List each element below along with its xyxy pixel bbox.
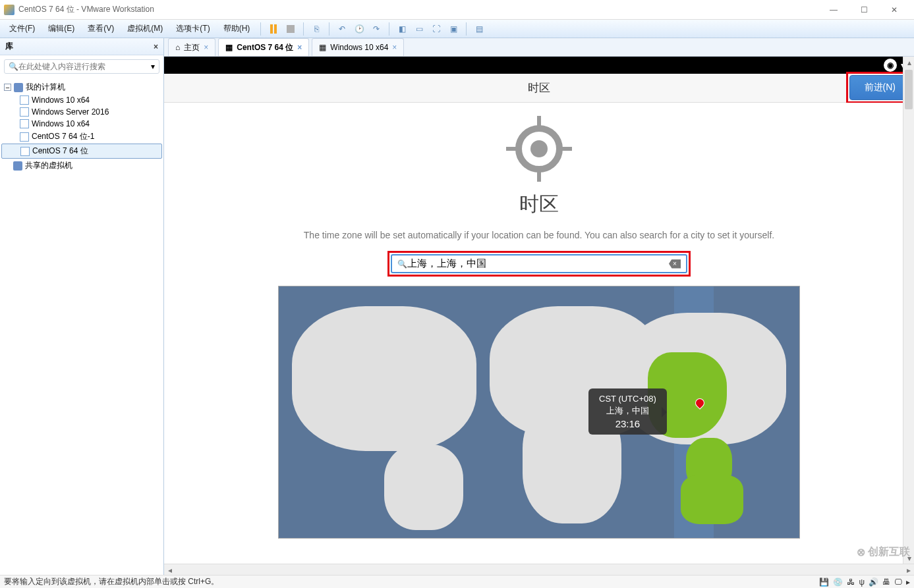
- highlight-region: [681, 475, 743, 524]
- status-text: 要将输入定向到该虚拟机，请在虚拟机内部单击或按 Ctrl+G。: [4, 576, 219, 587]
- map-tooltip: CST (UTC+08) 上海，中国 23:16: [588, 388, 667, 435]
- scroll-right-icon[interactable]: ▸: [903, 564, 914, 575]
- device-cd-icon[interactable]: 💿: [833, 577, 843, 587]
- device-usb-icon[interactable]: ψ: [859, 577, 865, 587]
- library-title: 库: [5, 41, 13, 52]
- tab-close-icon[interactable]: ×: [297, 43, 302, 52]
- tree-shared-vms[interactable]: 共享的虚拟机: [1, 159, 162, 173]
- pause-button[interactable]: [266, 22, 281, 36]
- tooltip-time: 23:16: [599, 418, 656, 429]
- menu-help[interactable]: 帮助(H): [218, 20, 256, 37]
- tab-close-icon[interactable]: ×: [392, 43, 397, 52]
- tab-bar: ⌂主页× ▦CentOS 7 64 位× ▦Windows 10 x64×: [164, 38, 914, 57]
- horizontal-scrollbar[interactable]: ◂ ▸: [164, 564, 914, 575]
- next-button[interactable]: 前进(N): [849, 75, 911, 100]
- tree-my-computer[interactable]: − 我的计算机: [1, 80, 162, 94]
- vertical-scrollbar[interactable]: ▴ ▾: [903, 57, 914, 564]
- vm-viewport[interactable]: ◉ ▾ 时区 前进(N) 时区 The time zone will be se…: [164, 57, 914, 564]
- device-display-icon[interactable]: 🖵: [894, 577, 902, 587]
- vm-tab-icon: ▦: [319, 43, 326, 52]
- maximize-button[interactable]: ☐: [855, 3, 873, 16]
- tree-item[interactable]: Windows 10 x64: [1, 94, 162, 106]
- device-printer-icon[interactable]: 🖶: [882, 577, 890, 587]
- tab-centos[interactable]: ▦CentOS 7 64 位×: [218, 38, 309, 56]
- vm-icon: [20, 119, 29, 128]
- scroll-up-icon[interactable]: ▴: [903, 57, 914, 68]
- tree-item[interactable]: CentOS 7 64 位-1: [1, 130, 162, 144]
- scroll-left-icon[interactable]: ◂: [164, 564, 175, 575]
- library-close-icon[interactable]: ×: [154, 42, 158, 51]
- view-unity-icon[interactable]: ▣: [446, 22, 461, 36]
- clock-fwd-icon[interactable]: ↷: [369, 22, 384, 36]
- device-more-icon[interactable]: ▸: [906, 577, 910, 587]
- view-fit-icon[interactable]: ⛶: [429, 22, 443, 36]
- home-icon: ⌂: [175, 43, 180, 52]
- collapse-icon[interactable]: −: [4, 84, 11, 91]
- device-net-icon[interactable]: 🖧: [847, 577, 855, 587]
- tree-item-selected[interactable]: CentOS 7 64 位: [1, 144, 162, 159]
- device-disk-icon[interactable]: 💾: [819, 577, 829, 587]
- clock-back-icon[interactable]: ↶: [335, 22, 349, 36]
- title-bar: CentOS 7 64 位 - VMware Workstation — ☐ ✕: [0, 0, 914, 20]
- close-button[interactable]: ✕: [885, 3, 903, 16]
- timezone-search-highlight: 🔍 ×: [387, 251, 691, 277]
- menu-file[interactable]: 文件(F): [4, 20, 40, 37]
- clock-icon[interactable]: 🕑: [352, 22, 366, 36]
- installer-body: 时区 The time zone will be set automatical…: [164, 103, 914, 564]
- landmass: [384, 444, 463, 530]
- snapshot-icon[interactable]: ⎘: [309, 22, 324, 36]
- menu-edit[interactable]: 编辑(E): [43, 20, 80, 37]
- stop-button[interactable]: [283, 22, 298, 36]
- view-sidebar-icon[interactable]: ◧: [395, 22, 409, 36]
- scroll-down-icon[interactable]: ▾: [903, 552, 914, 564]
- content-area: ⌂主页× ▦CentOS 7 64 位× ▦Windows 10 x64× ◉ …: [164, 38, 914, 575]
- timezone-title: 时区: [519, 191, 559, 218]
- tooltip-loc: 上海，中国: [599, 405, 656, 417]
- computer-icon: [14, 83, 23, 92]
- menu-bar: 文件(F) 编辑(E) 查看(V) 虚拟机(M) 选项卡(T) 帮助(H) ⎘ …: [0, 20, 914, 38]
- device-sound-icon[interactable]: 🔊: [869, 577, 878, 587]
- tab-close-icon[interactable]: ×: [204, 43, 208, 52]
- library-sidebar: 库 × 🔍 ▾ − 我的计算机 Windows 10 x64 Windows S…: [0, 38, 164, 575]
- status-device-icons: 💾 💿 🖧 ψ 🔊 🖶 🖵 ▸: [819, 577, 910, 587]
- window-title: CentOS 7 64 位 - VMware Workstation: [18, 4, 824, 15]
- tab-home[interactable]: ⌂主页×: [168, 38, 215, 56]
- search-icon: 🔍: [397, 259, 407, 269]
- library-header: 库 ×: [0, 38, 163, 55]
- tooltip-tz: CST (UTC+08): [599, 394, 656, 404]
- tree-item[interactable]: Windows Server 2016: [1, 106, 162, 118]
- installer-header-title: 时区: [528, 80, 550, 95]
- world-map[interactable]: CST (UTC+08) 上海，中国 23:16: [278, 286, 800, 539]
- vm-tree: − 我的计算机 Windows 10 x64 Windows Server 20…: [0, 78, 163, 575]
- accessibility-icon[interactable]: ◉: [884, 59, 897, 72]
- menu-view[interactable]: 查看(V): [82, 20, 119, 37]
- vm-icon: [20, 132, 29, 142]
- installer-header: 时区 前进(N): [164, 74, 914, 103]
- clear-icon[interactable]: ×: [669, 259, 681, 269]
- app-icon: [4, 5, 14, 15]
- timezone-subtitle: The time zone will be set automatically …: [304, 230, 774, 240]
- view-console-icon[interactable]: ▤: [472, 22, 486, 36]
- vm-tab-icon: ▦: [225, 43, 233, 52]
- vm-icon: [20, 107, 29, 117]
- vm-icon: [20, 147, 30, 156]
- tree-item[interactable]: Windows 10 x64: [1, 118, 162, 130]
- menu-tabs[interactable]: 选项卡(T): [171, 20, 215, 37]
- scroll-thumb[interactable]: [905, 70, 913, 109]
- timezone-search[interactable]: 🔍 ×: [391, 254, 687, 273]
- shared-icon: [13, 161, 22, 171]
- landmass: [292, 306, 476, 451]
- view-full-icon[interactable]: ▭: [412, 22, 426, 36]
- tab-win10[interactable]: ▦Windows 10 x64×: [312, 38, 404, 56]
- vm-icon: [20, 95, 29, 105]
- search-icon: 🔍: [9, 62, 18, 71]
- status-bar: 要将输入定向到该虚拟机，请在虚拟机内部单击或按 Ctrl+G。 💾 💿 🖧 ψ …: [0, 575, 914, 588]
- library-search-input[interactable]: [18, 62, 151, 71]
- search-dropdown-icon[interactable]: ▾: [151, 62, 155, 71]
- library-search[interactable]: 🔍 ▾: [4, 59, 159, 74]
- minimize-button[interactable]: —: [824, 3, 843, 16]
- timezone-search-input[interactable]: [407, 258, 669, 269]
- location-crosshair-icon: [506, 116, 572, 182]
- menu-vm[interactable]: 虚拟机(M): [122, 20, 168, 37]
